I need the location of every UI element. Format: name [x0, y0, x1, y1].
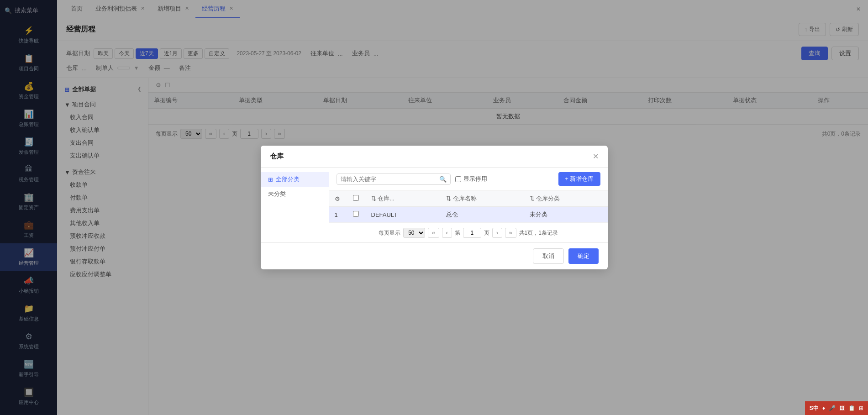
taskbar-image-icon[interactable]: 🖼 [839, 405, 845, 411]
modal-overlay[interactable]: 仓库 ✕ ⊞ 全部分类 未分类 🔍 [0, 0, 868, 415]
show-disabled-label[interactable]: 显示停用 [455, 175, 487, 183]
modal-nav-unclassified[interactable]: 未分类 [261, 187, 329, 201]
modal-search-icon[interactable]: 🔍 [439, 176, 447, 183]
modal-table: ⚙ ⇅ 仓库... ⇅ [329, 191, 608, 223]
taskbar-clipboard-icon[interactable]: 📋 [848, 405, 855, 411]
modal-nav-unclassified-label: 未分类 [268, 190, 286, 198]
modal-nav-all-label: 全部分类 [276, 175, 300, 184]
warehouse-modal: 仓库 ✕ ⊞ 全部分类 未分类 🔍 [261, 146, 608, 269]
modal-nav-all[interactable]: ⊞ 全部分类 [261, 172, 329, 187]
sort-name-icon: ⇅ [446, 195, 451, 202]
modal-close-button[interactable]: ✕ [593, 152, 599, 161]
modal-per-page-label: 每页显示 [379, 229, 400, 237]
modal-next-btn[interactable]: › [492, 228, 502, 238]
taskbar-diamond-icon: ♦ [822, 405, 825, 411]
modal-header: 仓库 ✕ [261, 146, 608, 168]
taskbar-grid-icon[interactable]: ⊞ [859, 405, 863, 411]
sort-icon: ⇅ [371, 195, 376, 202]
modal-pagination: 每页显示 50 « ‹ 第 页 › » 共1页，1条记录 [329, 223, 608, 242]
sort-cat-icon: ⇅ [530, 195, 535, 202]
show-disabled-text: 显示停用 [463, 175, 487, 183]
confirm-button[interactable]: 确定 [568, 248, 599, 264]
modal-settings-icon[interactable]: ⚙ [335, 195, 340, 202]
row-category-cell: 未分类 [524, 207, 608, 223]
modal-search-box: 🔍 [337, 173, 451, 185]
modal-search-input[interactable] [341, 176, 437, 183]
modal-per-page-select[interactable]: 50 [403, 228, 425, 238]
modal-last-page-btn[interactable]: » [505, 228, 516, 238]
row-checkbox-cell [347, 207, 366, 223]
row-checkbox[interactable] [353, 211, 359, 217]
modal-col-checkbox [347, 191, 366, 207]
modal-toolbar: 🔍 显示停用 + 新增仓库 [329, 168, 608, 191]
row-name-cell: 总仓 [441, 207, 524, 223]
modal-col-code: ⇅ 仓库... [366, 191, 441, 207]
modal-table-header: ⚙ ⇅ 仓库... ⇅ [329, 191, 608, 207]
select-all-checkbox[interactable] [353, 195, 359, 201]
modal-prev-btn[interactable]: ‹ [442, 228, 452, 238]
taskbar: S中 ♦ 🎤 🖼 📋 ⊞ [805, 401, 868, 415]
modal-left-nav: ⊞ 全部分类 未分类 [261, 168, 329, 242]
modal-body: ⊞ 全部分类 未分类 🔍 显示停用 [261, 168, 608, 242]
modal-first-page-btn[interactable]: « [428, 228, 439, 238]
modal-total-info: 共1页，1条记录 [519, 229, 558, 237]
modal-right-content: 🔍 显示停用 + 新增仓库 ⚙ [329, 168, 608, 242]
modal-title: 仓库 [270, 152, 284, 161]
row-code-cell: DEFAULT [366, 207, 441, 223]
add-warehouse-button[interactable]: + 新增仓库 [558, 172, 600, 186]
taskbar-s-icon: S中 [810, 404, 819, 412]
modal-page-text: 第 [455, 229, 460, 237]
grid-icon: ⊞ [268, 176, 273, 183]
modal-table-container: ⚙ ⇅ 仓库... ⇅ [329, 191, 608, 223]
modal-col-settings: ⚙ [329, 191, 347, 207]
modal-footer: 取消 确定 [261, 242, 608, 269]
modal-page-input[interactable] [463, 228, 481, 238]
row-num-cell: 1 [329, 207, 347, 223]
cancel-button[interactable]: 取消 [533, 248, 564, 264]
modal-table-row[interactable]: 1 DEFAULT 总仓 未分类 [329, 207, 608, 223]
taskbar-mic-icon[interactable]: 🎤 [829, 405, 836, 411]
modal-col-category: ⇅ 仓库分类 [524, 191, 608, 207]
modal-page-label: 页 [484, 229, 489, 237]
modal-col-name: ⇅ 仓库名称 [441, 191, 524, 207]
show-disabled-checkbox[interactable] [455, 176, 461, 182]
